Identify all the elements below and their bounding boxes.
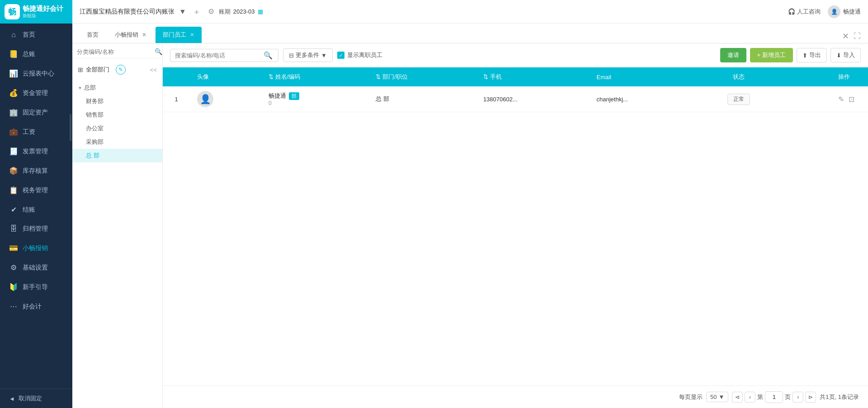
sidebar-item-salary[interactable]: 💼 工资 <box>0 122 72 142</box>
next-page-btn[interactable]: › <box>793 392 803 403</box>
import-button[interactable]: ⬇ 导入 <box>830 48 861 62</box>
tab-expense-close[interactable]: ✕ <box>142 32 146 38</box>
dept-parent-head[interactable]: ▼ 总部 <box>72 81 162 95</box>
sidebar-item-archive[interactable]: 🗄 归档管理 <box>0 219 72 238</box>
export-button[interactable]: ⬆ 导出 <box>797 48 827 62</box>
per-page-label: 每页显示 <box>679 393 703 401</box>
invite-button[interactable]: 邀请 <box>720 48 746 62</box>
sidebar-item-invoice[interactable]: 🧾 发票管理 <box>0 142 72 161</box>
sidebar-item-tax[interactable]: 📋 税务管理 <box>0 180 72 200</box>
headset-icon: 🎧 <box>788 8 795 15</box>
dept-panel: 🔍 ⊞ 全部部门 ✎ << ▼ 总部 财务部 <box>72 43 163 408</box>
calendar-icon[interactable]: ▦ <box>258 8 263 15</box>
tab-dept[interactable]: 部门员工 ✕ <box>156 27 202 43</box>
app-name: 畅捷通好会计 <box>23 5 63 13</box>
period-label: 账期 <box>219 8 231 16</box>
sidebar-item-inventory[interactable]: 📦 库存核算 <box>0 161 72 180</box>
total-info: 共1页, 1条记录 <box>820 393 859 401</box>
sidebar-item-assets[interactable]: 🏢 固定资产 <box>0 103 72 122</box>
dept-child-sales-label: 销售部 <box>86 111 104 119</box>
sidebar-unpin[interactable]: ◄ 取消固定 <box>0 389 72 408</box>
sidebar-item-expense[interactable]: 💳 小畅报销 <box>0 238 72 258</box>
sidebar-item-closing[interactable]: ✔ 结账 <box>0 200 72 219</box>
dept-all-item[interactable]: ⊞ 全部部门 ✎ << <box>72 61 162 78</box>
tab-bar: 首页 小畅报销 ✕ 部门员工 ✕ ✕ ⛶ <box>72 24 868 43</box>
add-employee-button[interactable]: + 新增员工 <box>750 48 793 62</box>
sidebar-item-guide[interactable]: 🔰 新手引导 <box>0 277 72 297</box>
sidebar-item-home[interactable]: ⌂ 首页 <box>0 25 72 44</box>
employee-table: 头像 ⇅ 姓名/编码 ⇅ 部门/职位 ⇅ 手机 Email 状态 <box>163 67 868 112</box>
sidebar-item-expense-label: 小畅报销 <box>23 244 48 252</box>
tab-dept-label: 部门员工 <box>163 31 186 39</box>
dept-child-finance[interactable]: 财务部 <box>72 95 162 108</box>
tab-home[interactable]: 首页 <box>80 27 106 43</box>
grid-icon: ⊞ <box>78 66 83 73</box>
employee-avatar: 👤 <box>197 91 213 107</box>
edit-button[interactable]: ✎ <box>838 95 844 104</box>
sidebar-item-archive-label: 归档管理 <box>23 225 48 233</box>
prev-page-btn[interactable]: ‹ <box>745 392 755 403</box>
dept-child-general[interactable]: 总 部 <box>72 149 162 162</box>
header-period: 账期 2023-03 ▦ <box>219 8 263 16</box>
expense-icon: 💳 <box>9 244 18 252</box>
sidebar-item-settings[interactable]: ⚙ 基础设置 <box>0 258 72 277</box>
logout-button[interactable]: ⊡ <box>849 95 854 104</box>
sidebar-item-funds[interactable]: 💰 资金管理 <box>0 83 72 103</box>
sidebar: 畅 畅捷通好会计 旗舰版 ⌂ 首页 📒 总账 📊 云报表中心 💰 资金管理 🏢 … <box>0 0 72 408</box>
employee-search-input[interactable] <box>175 52 261 59</box>
sidebar-item-reports-label: 云报表中心 <box>23 70 54 78</box>
tab-close-icon[interactable]: ✕ <box>842 31 849 41</box>
tab-dept-close[interactable]: ✕ <box>190 32 194 38</box>
page-label: 页 <box>785 393 791 401</box>
dept-child-sales[interactable]: 销售部 <box>72 108 162 122</box>
sidebar-item-reports[interactable]: 📊 云报表中心 <box>0 64 72 83</box>
employee-code: 0 <box>269 100 361 106</box>
tab-expand-icon[interactable]: ⛶ <box>854 32 861 40</box>
tab-expense[interactable]: 小畅报销 ✕ <box>108 27 154 43</box>
funds-icon: 💰 <box>9 89 18 97</box>
sidebar-item-ledger-label: 总账 <box>23 50 35 58</box>
toolbar-right: 邀请 + 新增员工 ⬆ 导出 ⬇ 导入 <box>720 48 861 62</box>
user-menu[interactable]: 👤 畅捷通 <box>828 5 861 18</box>
guide-icon: 🔰 <box>9 283 18 291</box>
unpin-icon: ◄ <box>9 395 15 402</box>
resigned-checkbox[interactable]: ✓ <box>337 52 344 59</box>
col-actions: 操作 <box>782 67 868 86</box>
last-page-btn[interactable]: ⊳ <box>805 392 816 403</box>
dept-child-office[interactable]: 办公室 <box>72 122 162 135</box>
dept-edit-icon[interactable]: ✎ <box>116 65 126 75</box>
first-page-btn[interactable]: ⊲ <box>732 392 743 403</box>
employee-table-wrap: 头像 ⇅ 姓名/编码 ⇅ 部门/职位 ⇅ 手机 Email 状态 <box>163 67 868 385</box>
employee-search-box: 🔍 <box>170 49 278 62</box>
sidebar-nav: ⌂ 首页 📒 总账 📊 云报表中心 💰 资金管理 🏢 固定资产 💼 工资 🧾 发… <box>0 24 72 389</box>
sidebar-item-closing-label: 结账 <box>23 206 35 214</box>
sidebar-item-ledger[interactable]: 📒 总账 <box>0 44 72 64</box>
col-avatar: 头像 <box>190 67 261 86</box>
show-resigned-toggle[interactable]: ✓ 显示离职员工 <box>337 51 382 59</box>
filter-button[interactable]: ⊟ 更多条件 ▼ <box>283 48 333 62</box>
page-number-input[interactable] <box>765 391 783 403</box>
search-icon[interactable]: 🔍 <box>264 51 273 60</box>
tab-home-label: 首页 <box>87 31 99 39</box>
settings-icon: ⚙ <box>9 263 18 272</box>
col-name-code[interactable]: ⇅ 姓名/编码 <box>261 67 368 86</box>
per-page-select[interactable]: 50 ▼ <box>706 392 728 402</box>
header-settings-icon[interactable]: ⚙ <box>208 7 214 16</box>
dept-all-label: 全部部门 <box>86 66 109 74</box>
service-button[interactable]: 🎧 人工咨询 <box>788 8 821 16</box>
col-dept-pos[interactable]: ⇅ 部门/职位 <box>368 67 476 86</box>
cell-actions: ✎ ⊡ <box>782 86 868 112</box>
dept-child-purchase[interactable]: 采购部 <box>72 135 162 149</box>
pagination: 每页显示 50 ▼ ⊲ ‹ 第 页 › ⊳ 共1页, 1条记录 <box>163 385 868 408</box>
tab-expense-label: 小畅报销 <box>115 31 138 39</box>
add-company-icon[interactable]: ＋ <box>193 6 201 17</box>
company-dropdown-icon[interactable]: ▼ <box>179 8 186 16</box>
dept-collapse-btn[interactable]: << <box>150 66 157 73</box>
dept-search-input[interactable] <box>77 48 153 55</box>
sidebar-item-inventory-label: 库存核算 <box>23 167 48 175</box>
col-phone[interactable]: ⇅ 手机 <box>476 67 590 86</box>
dept-child-purchase-label: 采购部 <box>86 138 104 146</box>
dept-search-icon[interactable]: 🔍 <box>155 48 162 55</box>
sidebar-item-more[interactable]: ⋯ 好会计 <box>0 297 72 316</box>
top-header: 江西服宝精品有限责任公司内账张 ▼ ＋ ⚙ 账期 2023-03 ▦ 🎧 人工咨… <box>72 0 868 24</box>
